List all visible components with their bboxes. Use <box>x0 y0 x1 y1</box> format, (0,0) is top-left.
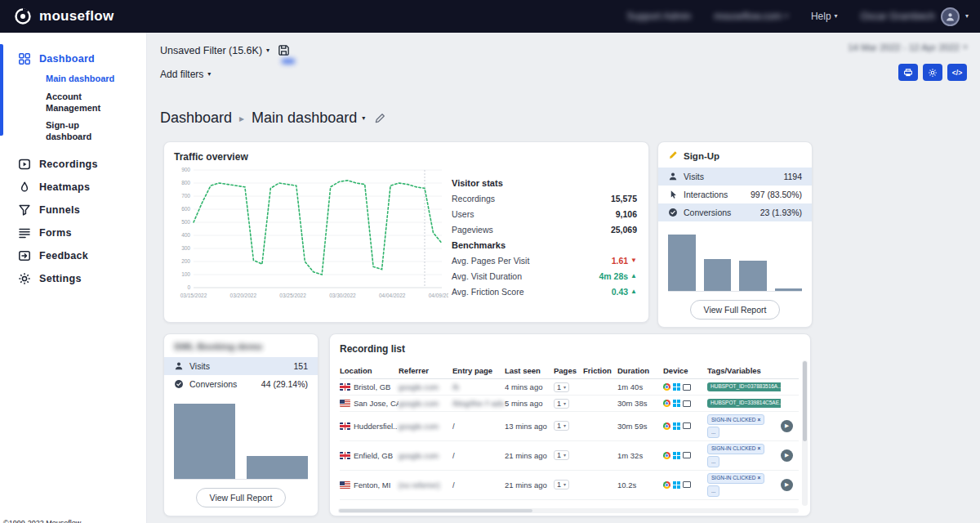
pages-dropdown[interactable]: 1▾ <box>554 480 569 489</box>
sidebar-item-feedback[interactable]: Feedback <box>0 244 146 267</box>
dashboard-settings-button[interactable] <box>923 64 942 81</box>
add-filters-dropdown[interactable]: Add filters ▾ <box>160 69 211 80</box>
sidebar-item-settings[interactable]: Settings <box>0 267 146 290</box>
demo-card-title: SWL Booking demo <box>174 342 262 351</box>
recordings-play-icon <box>18 158 31 171</box>
scrollbar-thumb[interactable] <box>339 509 532 512</box>
funnel-icon <box>18 203 31 217</box>
redacted-filter-link[interactable] <box>282 59 295 64</box>
tag-badge[interactable]: HUBSPOT_ID=339814C5AE... <box>707 399 781 408</box>
play-recording-button[interactable]: ▶ <box>781 479 793 491</box>
play-recording-button[interactable]: ▶ <box>781 420 793 432</box>
remove-tag-icon[interactable]: × <box>758 417 761 422</box>
traffic-overview-card: Traffic overview 01002003004005006007008… <box>163 141 649 323</box>
breadcrumb-current-dropdown[interactable]: Main dashboard ▾ <box>252 110 365 127</box>
sidebar-item-heatmaps[interactable]: Heatmaps <box>0 176 146 199</box>
breadcrumb-current-label: Main dashboard <box>252 110 357 127</box>
monitor-device-icon <box>683 452 691 458</box>
user-name: Oscar Grambech <box>861 11 935 22</box>
tag-badge[interactable]: ... <box>707 456 719 467</box>
sidebar-item-dashboard[interactable]: Dashboard <box>0 47 146 70</box>
check-circle-icon <box>174 379 184 389</box>
tag-badge[interactable]: SIGN-IN CLICKED× <box>707 473 764 484</box>
unsaved-filter-dropdown[interactable]: Unsaved Filter (15.6K) ▾ <box>160 45 270 56</box>
table-row[interactable]: Enfield, GBgoogle.com/21 mins ago1▾1m 32… <box>340 441 799 471</box>
table-row[interactable]: San Jose, CAgoogle.com/blog/the-7-adv...… <box>340 396 799 412</box>
dashboard-grid-icon <box>18 52 31 65</box>
pages-dropdown[interactable]: 1▾ <box>554 450 569 460</box>
view-full-report-button[interactable]: View Full Report <box>196 488 287 507</box>
date-range-picker[interactable]: 14 Mar 2022 - 12 Apr 2022 ▾ <box>848 42 967 52</box>
sidebar-item-recordings[interactable]: Recordings <box>0 153 146 176</box>
sidebar-item-forms[interactable]: Forms <box>0 221 146 244</box>
flag-gb-icon <box>340 383 350 391</box>
breadcrumb-separator-icon: ▸ <box>239 113 244 124</box>
save-filter-icon[interactable] <box>278 44 290 56</box>
signup-conversions-row[interactable]: Conversions 23 (1.93%) <box>658 203 812 221</box>
remove-tag-icon[interactable]: × <box>758 475 761 481</box>
chevron-down-icon: ▾ <box>266 47 270 54</box>
table-row[interactable]: Bristol, GBgoogle.com/b4 mins ago1▾1m 40… <box>340 379 799 396</box>
horizontal-scrollbar[interactable] <box>338 508 799 513</box>
account-domain-label: mouseflow.com <box>714 11 782 22</box>
tag-badge[interactable]: HUBSPOT_ID=037883516A... <box>707 382 781 391</box>
card-title: Recording list <box>330 334 810 360</box>
pages-dropdown[interactable]: 1▾ <box>554 382 569 392</box>
chevron-down-icon: ▾ <box>835 13 838 20</box>
signup-card-title: Sign-Up <box>684 151 719 161</box>
play-recording-button[interactable]: ▶ <box>781 449 793 462</box>
topbar: mouseflow Support Admin mouseflow.com ▾ … <box>0 0 980 33</box>
view-full-report-button[interactable]: View Full Report <box>690 300 781 320</box>
table-row[interactable]: Huddersfiel..google.com/13 mins ago1▾30m… <box>340 412 799 441</box>
windows-os-icon <box>673 383 680 391</box>
svg-text:100: 100 <box>181 271 190 277</box>
brand[interactable]: mouseflow <box>13 7 114 26</box>
sidebar-item-account-management[interactable]: Account Management <box>0 88 146 118</box>
breadcrumb: Dashboard ▸ Main dashboard ▾ <box>160 110 386 127</box>
sidebar-label: Settings <box>39 273 82 284</box>
support-admin-link[interactable]: Support Admin <box>626 11 691 22</box>
chrome-browser-icon <box>663 481 670 489</box>
signup-bar-chart <box>668 230 802 292</box>
chrome-browser-icon <box>663 400 670 407</box>
svg-text:800: 800 <box>181 180 190 186</box>
flag-us-icon <box>340 481 350 489</box>
user-menu[interactable]: Oscar Grambech ▾ <box>861 7 969 26</box>
trend-up-icon: ▲ <box>630 288 637 295</box>
tag-badge[interactable]: SIGN-IN CLICKED× <box>707 444 764 454</box>
avatar <box>941 7 960 26</box>
tag-badge[interactable]: ... <box>707 485 719 496</box>
benchmarks-heading: Benchmarks <box>452 237 637 253</box>
table-row[interactable]: Fenton, MI(no referrer)/21 mins ago1▾10.… <box>340 471 799 500</box>
sidebar-label: Funnels <box>39 204 80 216</box>
help-menu[interactable]: Help ▾ <box>811 11 838 22</box>
breadcrumb-section[interactable]: Dashboard <box>160 110 232 127</box>
account-domain-menu[interactable]: mouseflow.com ▾ <box>714 11 788 22</box>
monitor-device-icon <box>683 384 691 391</box>
chevron-down-icon: ▾ <box>964 44 967 51</box>
demo-visits-row[interactable]: Visits 151 <box>164 357 318 375</box>
scrollbar-thumb[interactable] <box>803 361 807 441</box>
traffic-line-chart[interactable]: 010020030040050060070080090003/15/202203… <box>171 163 448 315</box>
embed-code-button[interactable]: </> <box>947 64 967 81</box>
signup-visits-row[interactable]: Visits 1194 <box>658 168 812 186</box>
sidebar-item-funnels[interactable]: Funnels <box>0 199 146 221</box>
monitor-device-icon <box>683 481 691 488</box>
svg-text:400: 400 <box>181 232 190 238</box>
feedback-icon <box>18 249 31 262</box>
sidebar-item-main-dashboard[interactable]: Main dashboard <box>0 70 146 88</box>
sidebar-item-signup-dashboard[interactable]: Sign-up dashboard <box>0 117 146 146</box>
tag-badge[interactable]: SIGN-IN CLICKED× <box>707 414 764 425</box>
active-section-indicator <box>0 44 3 136</box>
chevron-down-icon: ▾ <box>965 13 969 20</box>
signup-interactions-row[interactable]: Interactions 997 (83.50%) <box>658 186 812 203</box>
pages-dropdown[interactable]: 1▾ <box>554 399 569 409</box>
remove-tag-icon[interactable]: × <box>758 445 761 451</box>
print-button[interactable] <box>898 64 918 81</box>
pages-dropdown[interactable]: 1▾ <box>554 421 569 431</box>
vertical-scrollbar[interactable] <box>802 360 808 506</box>
tag-badge[interactable]: ... <box>707 427 719 437</box>
demo-conversions-row[interactable]: Conversions 44 (29.14%) <box>164 375 318 393</box>
svg-text:03/25/2022: 03/25/2022 <box>279 293 306 298</box>
edit-dashboard-icon[interactable] <box>374 112 386 124</box>
